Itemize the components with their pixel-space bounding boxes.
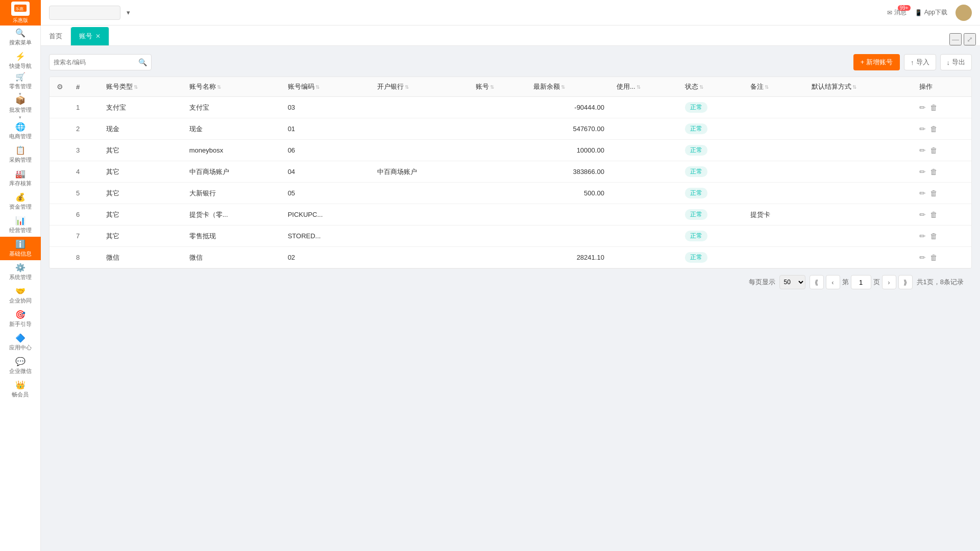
row-remark — [744, 183, 805, 204]
col-bank[interactable]: 开户银行⇅ — [371, 77, 470, 97]
row-index: 8 — [70, 247, 100, 268]
sidebar-item-shortcut[interactable]: ⚡ 快捷导航 — [0, 49, 41, 72]
edit-button[interactable]: ✏ — [919, 167, 926, 177]
row-code: 02 — [282, 247, 371, 268]
col-usage[interactable]: 使用...⇅ — [610, 77, 679, 97]
row-remark — [744, 226, 805, 247]
page-first-button[interactable]: ⟪ — [810, 275, 824, 289]
row-index: 4 — [70, 161, 100, 183]
table-settings-button[interactable]: ⚙ — [57, 83, 63, 91]
search-box: 🔍 — [49, 54, 152, 70]
edit-button[interactable]: ✏ — [919, 103, 926, 112]
import-button[interactable]: ↑ 导入 — [904, 54, 936, 70]
avatar[interactable] — [955, 5, 972, 21]
tab-expand-button[interactable]: ⤢ — [964, 33, 976, 45]
logo-text: 乐惠版 — [13, 17, 28, 24]
page-label: 第 — [842, 278, 849, 287]
sidebar-item-search[interactable]: 🔍 搜索菜单 — [0, 26, 41, 49]
row-code: PICKUPC... — [282, 204, 371, 226]
export-button[interactable]: ↓ 导出 — [940, 54, 972, 70]
search-icon[interactable]: 🔍 — [138, 58, 147, 66]
sidebar-item-member[interactable]: 👑 畅会员 — [0, 378, 41, 401]
sidebar-item-label: 电商管理 — [9, 133, 32, 140]
row-account — [470, 204, 527, 226]
row-usage — [610, 140, 679, 161]
page-last-button[interactable]: ⟫ — [898, 275, 913, 289]
delete-button[interactable]: 🗑 — [930, 232, 938, 241]
col-account[interactable]: 账号⇅ — [470, 77, 527, 97]
col-remark[interactable]: 备注⇅ — [744, 77, 805, 97]
delete-button[interactable]: 🗑 — [930, 124, 938, 134]
row-usage — [610, 118, 679, 140]
row-status: 正常 — [679, 204, 745, 226]
sidebar-item-retail[interactable]: 🛒 零售管理 — [0, 72, 41, 96]
row-status: 正常 — [679, 183, 745, 204]
sidebar-item-label: 企业协同 — [9, 297, 32, 305]
row-name: 中百商场账户 — [183, 161, 282, 183]
col-name[interactable]: 账号名称⇅ — [183, 77, 282, 97]
search-icon: 🔍 — [15, 28, 26, 38]
page-next-button[interactable]: › — [882, 275, 896, 289]
edit-button[interactable]: ✏ — [919, 210, 926, 219]
col-default-payment[interactable]: 默认结算方式⇅ — [805, 77, 914, 97]
row-balance: 547670.00 — [527, 118, 610, 140]
edit-button[interactable]: ✏ — [919, 189, 926, 198]
delete-button[interactable]: 🗑 — [930, 167, 938, 177]
sidebar-item-inventory[interactable]: 🏭 库存核算 — [0, 166, 41, 190]
main-area: ▾ ✉ 消息 99+ 📱 App下载 首页 账号 ✕ — ⤢ — [41, 0, 980, 551]
sidebar-item-wholesale[interactable]: 📦 批发管理 — [0, 96, 41, 119]
sidebar-item-ecommerce[interactable]: 🌐 电商管理 — [0, 119, 41, 143]
tab-close-icon[interactable]: ✕ — [95, 33, 101, 40]
col-code[interactable]: 账号编码⇅ — [282, 77, 371, 97]
row-default-payment — [805, 247, 914, 268]
page-prev-button[interactable]: ‹ — [826, 275, 840, 289]
message-button[interactable]: ✉ 消息 99+ — [887, 8, 906, 17]
top-search-input[interactable] — [49, 6, 120, 20]
page-size-dropdown[interactable]: 50 100 200 — [779, 275, 805, 289]
row-bank — [371, 97, 470, 118]
row-default-payment — [805, 118, 914, 140]
edit-button[interactable]: ✏ — [919, 253, 926, 262]
row-actions: ✏ 🗑 — [913, 183, 971, 204]
delete-button[interactable]: 🗑 — [930, 253, 938, 262]
row-actions: ✏ 🗑 — [913, 226, 971, 247]
sidebar-item-basic[interactable]: ℹ️ 基础信息 — [0, 237, 41, 260]
sidebar-item-purchase[interactable]: 📋 采购管理 — [0, 143, 41, 166]
row-remark — [744, 97, 805, 118]
edit-button[interactable]: ✏ — [919, 232, 926, 241]
toolbar: 🔍 + 新增账号 ↑ 导入 ↓ 导出 — [49, 54, 972, 70]
tab-minimize-button[interactable]: — — [949, 33, 962, 45]
tab-home[interactable]: 首页 — [41, 27, 71, 45]
sidebar-item-finance[interactable]: 💰 资金管理 — [0, 190, 41, 213]
row-default-payment — [805, 226, 914, 247]
sidebar-item-enterprise[interactable]: 💬 企业微信 — [0, 354, 41, 378]
delete-button[interactable]: 🗑 — [930, 210, 938, 219]
row-balance: 28241.10 — [527, 247, 610, 268]
edit-button[interactable]: ✏ — [919, 124, 926, 134]
page-input[interactable] — [851, 275, 871, 289]
delete-button[interactable]: 🗑 — [930, 146, 938, 155]
tab-accounts[interactable]: 账号 ✕ — [71, 27, 109, 45]
wholesale-icon: 📦 — [15, 95, 26, 105]
col-balance[interactable]: 最新余额⇅ — [527, 77, 610, 97]
col-type[interactable]: 账号类型⇅ — [100, 77, 183, 97]
header-dropdown[interactable]: ▾ — [127, 9, 130, 16]
app-download-button[interactable]: 📱 App下载 — [915, 8, 947, 17]
delete-button[interactable]: 🗑 — [930, 189, 938, 198]
sidebar-item-label: 批发管理 — [9, 106, 32, 114]
edit-button[interactable]: ✏ — [919, 146, 926, 155]
sidebar-item-guide[interactable]: 🎯 新手引导 — [0, 307, 41, 331]
row-account — [470, 183, 527, 204]
sidebar-item-agreement[interactable]: 🤝 企业协同 — [0, 284, 41, 307]
row-remark — [744, 140, 805, 161]
sidebar-item-operations[interactable]: 📊 经营管理 — [0, 213, 41, 237]
delete-button[interactable]: 🗑 — [930, 103, 938, 112]
sidebar-item-appstore[interactable]: 🔷 应用中心 — [0, 331, 41, 354]
sidebar-item-system[interactable]: ⚙️ 系统管理 — [0, 260, 41, 284]
add-account-button[interactable]: + 新增账号 — [853, 54, 900, 70]
row-bank — [371, 183, 470, 204]
col-status[interactable]: 状态⇅ — [679, 77, 745, 97]
sidebar-item-label: 资金管理 — [9, 203, 32, 211]
row-remark — [744, 247, 805, 268]
search-input[interactable] — [54, 59, 135, 66]
